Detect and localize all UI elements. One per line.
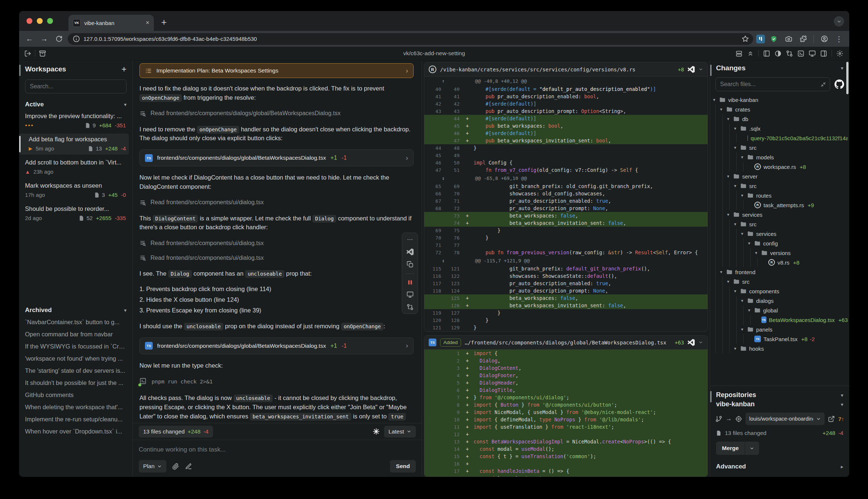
chevron-down-icon[interactable]: ▾ xyxy=(755,250,761,255)
task-message-input[interactable] xyxy=(139,446,416,453)
archived-workspace-item[interactable]: When deleting the workspace that'... xyxy=(25,401,127,413)
forward-button[interactable]: → xyxy=(38,33,50,45)
panel-right-icon[interactable] xyxy=(820,50,827,57)
diff-panel-header[interactable]: R/vibe-kanban/crates/services/src/servic… xyxy=(424,63,708,77)
tree-folder-row[interactable]: ▾hooks xyxy=(713,344,848,353)
browser-tab[interactable]: VK vibe-kanban × xyxy=(68,15,154,31)
chevron-down-icon[interactable]: ▾ xyxy=(727,279,733,284)
files-changed-chip[interactable]: 13 files changed +248 -4 xyxy=(139,426,213,438)
mode-plan-dropdown[interactable]: Plan xyxy=(139,460,166,473)
archived-workspace-item[interactable]: When hover over `Dropdown.tsx` i... xyxy=(25,425,127,438)
chevron-down-icon[interactable]: ▾ xyxy=(727,174,733,179)
tree-folder-row[interactable]: ▾routes xyxy=(713,191,848,200)
tree-folder-row[interactable]: ▾panels xyxy=(713,325,848,334)
chevron-down-icon[interactable]: ▾ xyxy=(720,107,726,112)
tree-folder-row[interactable]: ▾config xyxy=(713,238,848,248)
open-external-icon[interactable] xyxy=(828,415,835,422)
file-search-input[interactable] xyxy=(720,81,818,88)
chevron-down-icon[interactable] xyxy=(698,340,703,345)
tree-folder-row[interactable]: ▾services xyxy=(713,210,848,219)
tool-call-row[interactable]: Read frontend/src/components/dialogs/glo… xyxy=(139,110,414,117)
tree-folder-row[interactable]: ▾src xyxy=(713,181,848,191)
repository-item[interactable]: vibe-kanban ▾ xyxy=(710,399,849,408)
window-minimize-button[interactable] xyxy=(37,18,43,24)
compare-icon[interactable] xyxy=(407,304,414,311)
collapse-all-icon[interactable] xyxy=(747,50,754,57)
archived-workspace-item[interactable]: GitHub comments xyxy=(25,389,127,401)
tree-file-row[interactable]: TSBetaWorkspacesDialog.tsx+63 xyxy=(713,315,848,325)
git-compare-icon[interactable] xyxy=(786,50,793,57)
chevron-down-icon[interactable]: ▾ xyxy=(727,116,733,121)
chevron-down-icon[interactable]: ▾ xyxy=(741,231,747,236)
archived-workspace-item[interactable]: `NavbarContainer.tsx` button to g... xyxy=(25,316,127,328)
tree-folder-row[interactable]: ▾src xyxy=(713,277,848,286)
tool-call-row[interactable]: Read frontend/src/components/ui/dialog.t… xyxy=(139,199,414,206)
chevron-right-icon[interactable]: ▸ xyxy=(841,464,843,470)
tree-file-row[interactable]: query-70b21c5c0a2ba5c21c9c1132f14a68 xyxy=(713,133,848,143)
workspace-search[interactable] xyxy=(25,79,127,93)
window-maximize-button[interactable] xyxy=(47,18,53,24)
conversation-scroll[interactable]: Implementation Plan: Beta Workspaces Set… xyxy=(133,60,422,423)
tree-file-row[interactable]: Rv8.rs+8 xyxy=(713,258,848,267)
chevron-down-icon[interactable]: ▾ xyxy=(124,307,127,313)
add-workspace-button[interactable]: + xyxy=(121,64,127,74)
tool-call-row[interactable]: Read frontend/src/components/ui/dialog.t… xyxy=(139,254,414,261)
diff-body[interactable]: ↑@@ -40,8 +40,12 @@4040 #[serde(default … xyxy=(424,77,708,331)
version-latest-dropdown[interactable]: Latest xyxy=(384,426,416,438)
chevron-down-icon[interactable]: ▾ xyxy=(734,183,740,188)
github-icon[interactable] xyxy=(835,79,844,89)
archived-workspace-item[interactable]: Open command bar from navbar xyxy=(25,328,127,340)
diff-body[interactable]: 1+import {2+ Dialog,3+ DialogContent,4+ … xyxy=(424,350,708,477)
chevron-down-icon[interactable]: ▾ xyxy=(734,126,740,131)
implementation-plan-banner[interactable]: Implementation Plan: Beta Workspaces Set… xyxy=(139,63,414,78)
chevron-down-icon[interactable]: ▾ xyxy=(720,269,726,275)
chevron-down-icon[interactable]: ▾ xyxy=(734,145,740,150)
active-section-header[interactable]: Active ▾ xyxy=(19,101,132,108)
tree-folder-row[interactable]: ▾crates xyxy=(713,105,848,114)
camera-extension-icon[interactable] xyxy=(783,33,794,45)
chevron-down-icon[interactable]: ▾ xyxy=(748,241,754,246)
tree-folder-row[interactable]: ▾server xyxy=(713,171,848,181)
tree-folder-row[interactable]: ▾src xyxy=(713,143,848,152)
more-actions-icon[interactable]: ⋯ xyxy=(407,236,413,243)
expand-hunk-icon[interactable]: ↕ xyxy=(424,258,463,263)
merge-options-button[interactable] xyxy=(745,442,759,455)
chevron-down-icon[interactable]: ▾ xyxy=(124,102,127,107)
tree-folder-row[interactable]: ▾frontend xyxy=(713,267,848,277)
send-button[interactable]: Send xyxy=(390,460,416,473)
scrollbar-thumb[interactable] xyxy=(846,62,848,94)
archived-section-header[interactable]: Archived ▾ xyxy=(19,307,132,314)
attach-paperclip-icon[interactable] xyxy=(172,463,179,470)
file-search[interactable] xyxy=(715,77,830,91)
vscode-icon[interactable] xyxy=(407,248,414,255)
archived-workspace-item[interactable]: If the WYSIWYG is focussed in `Cre... xyxy=(25,340,127,353)
pause-icon[interactable] xyxy=(407,279,413,286)
bookmark-star-icon[interactable] xyxy=(739,33,751,45)
collapse-tree-icon[interactable] xyxy=(821,82,826,87)
workspace-search-input[interactable] xyxy=(30,83,122,90)
archive-icon[interactable] xyxy=(39,50,46,57)
chevron-down-icon[interactable]: ▾ xyxy=(841,392,843,398)
monitor-icon[interactable] xyxy=(407,291,414,298)
profile-icon[interactable] xyxy=(818,33,830,45)
back-button[interactable]: ← xyxy=(24,33,35,45)
advanced-section-toggle[interactable]: Advanced ▸ xyxy=(710,456,849,477)
tree-folder-row[interactable]: ▾db xyxy=(713,114,848,124)
tree-file-row[interactable]: TSTaskPanel.tsx+8-2 xyxy=(713,334,848,344)
window-close-button[interactable] xyxy=(26,18,32,24)
chevron-down-icon[interactable]: ▾ xyxy=(741,193,747,198)
tab-close-icon[interactable]: × xyxy=(146,19,149,26)
tree-folder-row[interactable]: ▾models xyxy=(713,152,848,162)
archived-workspace-item[interactable]: 'workspace not found' when trying ... xyxy=(25,353,127,365)
archived-workspace-item[interactable]: The 'starting' state of dev servers is..… xyxy=(25,365,127,377)
file-change-card[interactable]: TSfrontend/src/components/dialogs/global… xyxy=(139,337,414,354)
terminal-command-row[interactable]: pnpm run check 2>&1 xyxy=(139,378,414,386)
merge-button[interactable]: Merge xyxy=(716,442,745,455)
workspace-item[interactable]: Mark workspaces as unseen17h ago3+45-0 xyxy=(19,180,129,201)
chevron-down-icon[interactable] xyxy=(698,67,703,72)
diff-panel-header[interactable]: TSAdded…/frontend/src/components/dialogs… xyxy=(424,336,708,350)
extension-b-icon[interactable] xyxy=(756,35,765,43)
workspace-item[interactable]: Should be possible to reorder...2d ago52… xyxy=(19,203,129,224)
tree-file-row[interactable]: Rworkspace.rs+8 xyxy=(713,162,848,171)
file-change-card[interactable]: TSfrontend/src/components/dialogs/global… xyxy=(139,149,414,166)
